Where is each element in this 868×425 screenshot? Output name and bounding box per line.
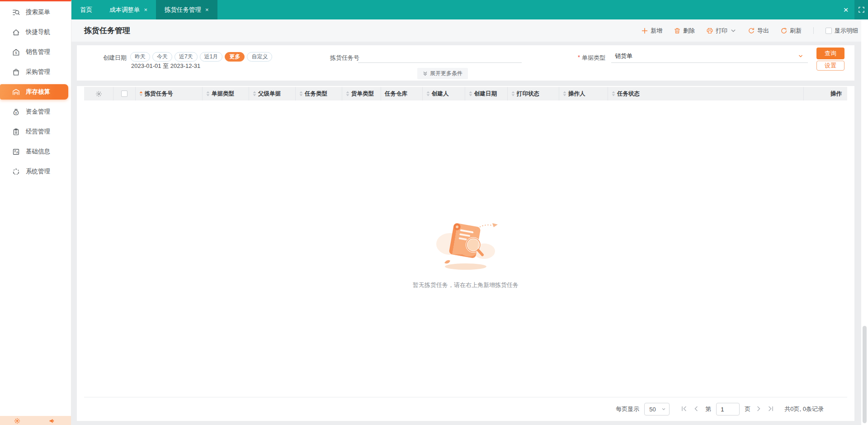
sidebar-item-search-menu[interactable]: 搜索菜单	[0, 2, 71, 22]
column-header-doc-type[interactable]: 单据类型	[203, 87, 249, 100]
gear-icon[interactable]	[14, 418, 20, 424]
column-label: 任务仓库	[385, 90, 407, 98]
show-detail-toggle[interactable]: 显示明细	[826, 27, 858, 35]
per-page-select[interactable]: 50	[644, 403, 670, 415]
first-page-button[interactable]	[681, 406, 688, 413]
column-header-parent-doc[interactable]: 父级单据	[249, 87, 296, 100]
sort-icon	[206, 91, 210, 96]
column-header-operator[interactable]: 操作人	[559, 87, 608, 100]
date-pill-last7days[interactable]: 近7天	[175, 52, 198, 62]
export-button[interactable]: 导出	[748, 27, 769, 35]
sidebar-item-system[interactable]: 系统管理	[0, 162, 71, 181]
sort-icon	[299, 91, 303, 96]
required-mark: *	[578, 54, 580, 62]
tab-home[interactable]: 首页	[71, 0, 101, 19]
expand-more-button[interactable]: 展开更多条件	[417, 68, 468, 79]
announcement-horn-icon[interactable]	[49, 418, 55, 424]
sidebar-item-label: 销售管理	[26, 48, 50, 56]
tab-close-icon[interactable]: ×	[144, 7, 148, 13]
column-label: 操作人	[568, 90, 585, 98]
column-header-cargo-type[interactable]: 货单类型	[342, 87, 381, 100]
date-pill-last1month[interactable]: 近1月	[200, 52, 223, 62]
sidebar-item-label: 快捷导航	[26, 28, 50, 36]
column-label: 单据类型	[212, 90, 234, 98]
date-pill-today[interactable]: 今天	[152, 52, 172, 62]
column-header-task-no[interactable]: 拣货任务号	[136, 87, 203, 100]
checkbox-icon[interactable]	[121, 91, 127, 97]
tab-picking-task[interactable]: 拣货任务管理×	[156, 0, 217, 19]
page-prefix-label: 第	[705, 405, 711, 413]
svg-text:A: A	[16, 151, 19, 154]
empty-illustration	[426, 219, 505, 273]
select-all-checkbox[interactable]	[113, 87, 136, 100]
filter-card: 创建日期 昨天今天近7天近1月更多自定义 2023-01-01 至 2023-1…	[77, 45, 854, 81]
tab-close-icon[interactable]: ×	[205, 7, 209, 13]
sidebar-item-basic-info[interactable]: A基础信息	[0, 142, 71, 162]
last-page-button[interactable]	[768, 406, 775, 413]
chevron-down-icon	[730, 28, 736, 34]
trash-icon	[674, 28, 680, 34]
settings-button[interactable]: 设置	[816, 61, 844, 71]
sort-icon	[253, 91, 256, 96]
scrollbar-thumb[interactable]	[863, 326, 867, 423]
prev-page-button[interactable]	[693, 406, 700, 413]
tab-cost-adjust[interactable]: 成本调整单×	[101, 0, 156, 19]
doc-type-label: 单据类型	[582, 54, 605, 62]
next-page-button[interactable]	[755, 406, 763, 413]
column-header-print-status[interactable]: 打印状态	[508, 87, 559, 100]
doc-type-select[interactable]: 销货单	[611, 49, 808, 63]
add-button[interactable]: 新增	[642, 27, 662, 35]
delete-button[interactable]: 删除	[674, 27, 695, 35]
total-records-label: 共0页, 0条记录	[784, 405, 824, 413]
task-no-input[interactable]	[358, 49, 522, 63]
sidebar-menu: 搜索菜单快捷导航$销售管理采购管理库存核算¥资金管理经营管理A基础信息系统管理	[0, 1, 71, 181]
date-pill-custom[interactable]: 自定义	[247, 52, 272, 62]
column-config-gear-icon[interactable]	[84, 87, 113, 100]
sidebar-item-purchase[interactable]: 采购管理	[0, 62, 71, 82]
page-title: 拣货任务管理	[84, 25, 130, 36]
sort-icon	[511, 91, 515, 96]
sidebar-item-label: 资金管理	[26, 108, 50, 116]
tab-label: 拣货任务管理	[165, 6, 201, 14]
top-tab-bar: 首页成本调整单×拣货任务管理× ×	[71, 0, 868, 19]
double-chevron-down-icon	[423, 71, 428, 76]
column-header-action[interactable]: 操作	[804, 87, 847, 100]
sidebar-item-label: 搜索菜单	[26, 8, 50, 16]
toolbar-divider	[813, 27, 814, 34]
sidebar-item-operations[interactable]: 经营管理	[0, 122, 71, 142]
sidebar: 搜索菜单快捷导航$销售管理采购管理库存核算¥资金管理经营管理A基础信息系统管理	[0, 0, 71, 425]
column-label: 任务状态	[617, 90, 640, 98]
column-header-task-status[interactable]: 任务状态	[608, 87, 804, 100]
date-range-value[interactable]: 2023-01-01 至 2023-12-31	[131, 62, 200, 70]
column-header-create-date[interactable]: 创建日期	[465, 87, 508, 100]
warehouse-icon	[12, 88, 20, 96]
column-header-task-type[interactable]: 任务类型	[296, 87, 342, 100]
fullscreen-icon[interactable]	[854, 0, 868, 19]
sidebar-item-sales[interactable]: $销售管理	[0, 42, 71, 62]
doc-type-group: * 单据类型	[578, 54, 605, 62]
refresh-button[interactable]: 刷新	[781, 27, 802, 35]
checkbox-icon[interactable]	[826, 28, 832, 34]
sort-icon	[346, 91, 349, 96]
clipboard-icon	[12, 128, 20, 136]
search-button[interactable]: 查询	[816, 48, 844, 59]
scrollbar-track[interactable]	[861, 19, 868, 425]
title-row: 拣货任务管理 新增 删除 打印 导出 刷新 显示明细	[71, 19, 868, 42]
page-suffix-label: 页	[745, 405, 750, 413]
sidebar-item-inventory[interactable]: 库存核算	[0, 84, 68, 100]
date-pill-yesterday[interactable]: 昨天	[130, 52, 150, 62]
date-pill-more[interactable]: 更多	[225, 52, 245, 62]
sidebar-item-quick-nav[interactable]: 快捷导航	[0, 22, 71, 42]
page-input[interactable]	[716, 403, 740, 415]
close-icon[interactable]: ×	[837, 0, 854, 19]
sidebar-item-funds[interactable]: ¥资金管理	[0, 102, 71, 122]
search-menu-icon	[12, 9, 20, 16]
svg-text:$: $	[15, 51, 17, 55]
svg-text:¥: ¥	[15, 111, 17, 114]
print-button[interactable]: 打印	[707, 27, 736, 35]
column-header-creator[interactable]: 创建人	[423, 87, 465, 100]
tab-label: 首页	[80, 6, 92, 14]
column-header-warehouse[interactable]: 任务仓库	[381, 87, 423, 100]
table-header-row: 拣货任务号单据类型父级单据任务类型货单类型任务仓库创建人创建日期打印状态操作人任…	[84, 87, 847, 100]
plus-icon	[642, 28, 648, 34]
